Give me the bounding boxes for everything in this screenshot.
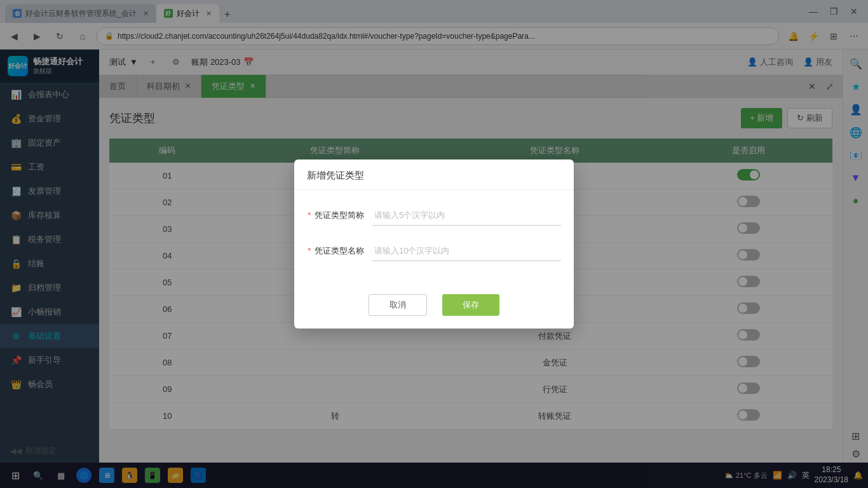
short-input[interactable] — [372, 205, 561, 226]
name-input[interactable] — [372, 241, 561, 261]
short-label-text: 凭证类型简称 — [315, 210, 364, 220]
modal-overlay[interactable]: 新增凭证类型 * 凭证类型简称 * 凭证类型名称 取消 保存 — [0, 0, 868, 488]
required-indicator: * — [308, 210, 311, 220]
modal-body: * 凭证类型简称 * 凭证类型名称 — [294, 190, 574, 287]
modal-footer: 取消 保存 — [294, 287, 574, 329]
modal-dialog: 新增凭证类型 * 凭证类型简称 * 凭证类型名称 取消 保存 — [294, 159, 574, 329]
required-indicator-2: * — [308, 246, 311, 255]
modal-title: 新增凭证类型 — [307, 170, 364, 180]
modal-header: 新增凭证类型 — [294, 159, 574, 190]
save-button[interactable]: 保存 — [442, 294, 499, 316]
name-label-text: 凭证类型名称 — [315, 246, 364, 255]
cancel-button[interactable]: 取消 — [369, 294, 427, 316]
form-row-short: * 凭证类型简称 — [307, 205, 561, 226]
name-label: * 凭证类型名称 — [307, 245, 364, 257]
form-row-name: * 凭证类型名称 — [307, 241, 561, 261]
short-label: * 凭证类型简称 — [307, 210, 364, 221]
